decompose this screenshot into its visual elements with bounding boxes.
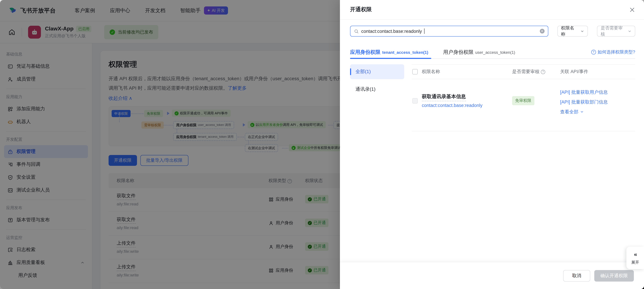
filter-review-dropdown[interactable]: 是否需要审核 <box>597 26 635 37</box>
search-input[interactable]: contact:contact.base:readonly ✕ <box>350 26 548 37</box>
chevron-down-icon <box>580 29 584 33</box>
open-permission-drawer: 开通权限 contact:contact.base:readonly ✕ 权限名… <box>340 0 644 289</box>
related-api-links: [API] 批量获取用户信息 [API] 批量获取部门信息 查看全部 <box>560 87 608 117</box>
row-checkbox[interactable] <box>412 98 418 104</box>
question-circle-icon: ? <box>591 50 596 55</box>
tab-user-permissions[interactable]: 用户身份权限 user_access_token(1) <box>443 49 515 55</box>
category-panel: 全部(1) 通讯录(1) <box>350 64 404 131</box>
expand-panel-button[interactable]: « 展开 <box>626 247 644 269</box>
search-icon <box>354 29 359 34</box>
drawer-table-header: 权限名称 是否需要审核? 关联 API/事件 <box>412 64 635 79</box>
col-related-api: 关联 API/事件 <box>560 69 588 75</box>
search-value: contact:contact.base:readonly <box>361 29 422 34</box>
app-window: 飞书开放平台 客户案例 应用中心 开发文档 智能助手 ✦AI 开发 <box>0 0 644 289</box>
drawer-table-row: 获取通讯录基本信息 contact:contact.base:readonly … <box>412 79 635 131</box>
chevron-down-icon <box>628 29 632 33</box>
drawer-title: 开通权限 <box>350 6 372 13</box>
drawer-header: 开通权限 <box>340 0 644 20</box>
drawer-footer: 取消 确认开通权限 <box>340 262 644 289</box>
permission-name[interactable]: 获取通讯录基本信息 <box>422 93 466 101</box>
category-contacts[interactable]: 通讯录(1) <box>350 82 404 97</box>
question-circle-icon[interactable]: ? <box>541 70 545 74</box>
close-icon[interactable] <box>629 7 635 13</box>
view-all-link[interactable]: 查看全部 <box>560 107 608 117</box>
clear-search-icon[interactable]: ✕ <box>540 29 544 34</box>
col-permission-name: 权限名称 <box>422 69 440 75</box>
col-need-review: 是否需要审核? <box>512 69 545 75</box>
help-permission-type-link[interactable]: ? 如何选择权限类型? <box>591 49 635 55</box>
confirm-open-permission-button[interactable]: 确认开通权限 <box>594 270 634 281</box>
tab-tenant-permissions[interactable]: 应用身份权限 tenant_access_token(1) <box>350 49 428 55</box>
api-link[interactable]: [API] 批量获取用户信息 <box>560 87 608 97</box>
review-free-badge: 免审权限 <box>512 96 534 105</box>
permission-code-link[interactable]: contact:contact.base:readonly <box>422 103 482 108</box>
select-all-checkbox[interactable] <box>412 69 418 75</box>
drawer-table: 权限名称 是否需要审核? 关联 API/事件 获取通讯录基本信息 contact… <box>412 64 635 131</box>
api-link[interactable]: [API] 批量获取部门信息 <box>560 97 608 107</box>
cancel-button[interactable]: 取消 <box>563 270 590 281</box>
category-all[interactable]: 全部(1) <box>350 64 404 79</box>
text-caret <box>424 29 425 34</box>
tab-active-indicator <box>350 58 431 59</box>
double-chevron-left-icon: « <box>634 251 636 258</box>
filter-name-dropdown[interactable]: 权限名称 <box>557 26 588 37</box>
